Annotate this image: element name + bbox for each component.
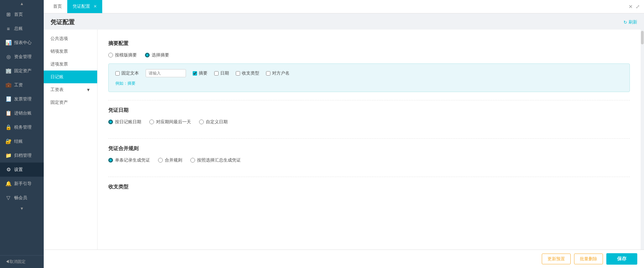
purchase-sales-icon: 📋 (5, 110, 11, 116)
sidebar-item-closing[interactable]: 🔐 结账 (0, 134, 44, 148)
sidebar-item-label: 归档管理 (14, 152, 32, 159)
radio-template-summary-input[interactable] (108, 53, 113, 57)
tab-home[interactable]: 首页 (48, 0, 67, 13)
sidebar-item-archive[interactable]: 📁 归档管理 (0, 148, 44, 163)
member-icon: ▽ (5, 195, 11, 201)
sidebar-item-home[interactable]: ⊞ 首页 (0, 7, 44, 21)
sidebar-item-guide[interactable]: 🔔 新手引导 (0, 177, 44, 191)
sidebar-item-settings[interactable]: ⚙ 设置 (0, 163, 44, 177)
radio-custom-date[interactable]: 自定义日期 (199, 119, 228, 125)
sidebar-item-label: 新手引导 (14, 181, 32, 187)
radio-merge-rules[interactable]: 合并规则 (158, 157, 182, 163)
checkbox-summary-input[interactable] (193, 71, 197, 76)
sidebar-item-label: 发票管理 (14, 96, 32, 102)
checkbox-fixed-text[interactable]: 固定文本 (115, 70, 139, 76)
voucher-date-radio-group: 按日记账日期 对应期间最后一天 自定义日期 (108, 119, 630, 125)
left-nav-purchase-invoice[interactable]: 进项发票 (44, 58, 97, 71)
page-header: 凭证配置 ↻ 刷新 (44, 13, 644, 30)
ledger-icon: ≡ (5, 26, 11, 32)
save-button[interactable]: 保存 (606, 253, 637, 265)
window-expand-icon[interactable]: ⤢ (636, 4, 640, 10)
section-merge-rules: 凭证合并规则 单条记录生成凭证 合并规则 按照选择汇总生成凭证 (108, 145, 630, 177)
radio-by-journal-date-label: 按日记账日期 (115, 119, 141, 125)
radio-template-summary[interactable]: 按模版摘要 (108, 52, 137, 58)
left-nav-public-options[interactable]: 公共选项 (44, 32, 97, 45)
tax-icon: 🔒 (5, 124, 11, 130)
radio-merge-rules-input[interactable] (158, 158, 163, 163)
radio-single-record-input[interactable] (108, 158, 113, 163)
radio-last-day-label: 对应期间最后一天 (156, 119, 191, 125)
radio-select-total-input[interactable] (190, 158, 195, 163)
section-voucher-date: 凭证日期 按日记账日期 对应期间最后一天 自定义日期 (108, 107, 630, 139)
right-content: 摘要配置 按模版摘要 选择摘要 (98, 30, 641, 250)
radio-last-day[interactable]: 对应期间最后一天 (149, 119, 191, 125)
batch-delete-button[interactable]: 批量删除 (574, 254, 603, 264)
checkbox-income-type[interactable]: 收支类型 (236, 70, 259, 76)
invoice-icon: 🧾 (5, 96, 11, 102)
left-nav-label: 工资表 (50, 87, 64, 93)
left-nav-fixed-assets[interactable]: 固定资产 (44, 96, 97, 109)
sidebar-scroll-up[interactable]: ▲ (0, 0, 44, 7)
refresh-label: 刷新 (629, 19, 637, 25)
sidebar-scroll-down[interactable]: ▼ (0, 205, 44, 212)
radio-single-record[interactable]: 单条记录生成凭证 (108, 157, 150, 163)
sidebar-item-fixed-assets[interactable]: 🏢 固定资产 (0, 64, 44, 78)
sidebar-item-funds[interactable]: ◎ 资金管理 (0, 50, 44, 64)
home-icon: ⊞ (5, 11, 11, 17)
summary-radio-group: 按模版摘要 选择摘要 (108, 52, 630, 58)
radio-select-summary-input[interactable] (145, 53, 150, 57)
radio-custom-date-label: 自定义日期 (206, 119, 228, 125)
checkbox-fixed-text-label: 固定文本 (121, 70, 139, 76)
left-nav-payroll-table[interactable]: 工资表 ▼ (44, 83, 97, 96)
scroll-thumb[interactable] (641, 31, 644, 44)
radio-select-total-label: 按照选择汇总生成凭证 (197, 157, 241, 163)
sidebar-item-purchase-sales[interactable]: 📋 进销台账 (0, 106, 44, 120)
radio-select-summary[interactable]: 选择摘要 (145, 52, 169, 58)
sidebar-item-tax[interactable]: 🔒 税务管理 (0, 120, 44, 134)
page-title: 凭证配置 (50, 18, 75, 26)
radio-custom-date-input[interactable] (199, 120, 204, 124)
section-voucher-date-title: 凭证日期 (108, 107, 630, 114)
checkbox-date[interactable]: 日期 (214, 70, 229, 76)
guide-icon: 🔔 (5, 181, 11, 187)
fixed-assets-icon: 🏢 (5, 68, 11, 74)
tab-voucher-config[interactable]: 凭证配置 ✕ (67, 0, 102, 13)
refresh-button[interactable]: ↻ 刷新 (623, 19, 637, 25)
window-close-icon[interactable]: ✕ (629, 4, 633, 10)
left-nav-sales-invoice[interactable]: 销项发票 (44, 45, 97, 58)
merge-rules-radio-group: 单条记录生成凭证 合并规则 按照选择汇总生成凭证 (108, 157, 630, 163)
refresh-icon: ↻ (623, 20, 627, 25)
checkbox-summary[interactable]: 摘要 (193, 70, 207, 76)
tab-close-icon[interactable]: ✕ (93, 4, 97, 9)
checkbox-fixed-text-input[interactable] (115, 71, 120, 76)
sidebar-unpin[interactable]: ◀取消固定 (0, 255, 44, 268)
sidebar-item-member[interactable]: ▽ 畅会员 (0, 191, 44, 205)
checkbox-counterpart-input[interactable] (266, 71, 270, 76)
archive-icon: 📁 (5, 152, 11, 159)
checkbox-date-input[interactable] (214, 71, 219, 76)
sidebar-item-ledger[interactable]: ≡ 总账 (0, 21, 44, 36)
payroll-icon: 💼 (5, 82, 11, 88)
tab-home-label: 首页 (53, 3, 62, 9)
radio-select-total[interactable]: 按照选择汇总生成凭证 (190, 157, 241, 163)
sidebar-item-invoice-mgmt[interactable]: 🧾 发票管理 (0, 92, 44, 106)
funds-icon: ◎ (5, 54, 11, 60)
sidebar-item-label: 进销台账 (14, 110, 32, 116)
radio-by-journal-date[interactable]: 按日记账日期 (108, 119, 141, 125)
sidebar-item-label: 总账 (14, 26, 23, 32)
update-preview-button[interactable]: 更新预置 (542, 254, 571, 264)
radio-by-journal-date-input[interactable] (108, 120, 113, 124)
sidebar-item-payroll[interactable]: 💼 工资 (0, 78, 44, 92)
checkbox-counterpart[interactable]: 对方户名 (266, 70, 290, 76)
left-nav-label: 固定资产 (50, 99, 68, 105)
left-nav-label: 公共选项 (50, 36, 68, 42)
sidebar-item-reports[interactable]: 📊 报表中心 (0, 36, 44, 50)
scrollbar[interactable] (641, 30, 644, 250)
checkbox-summary-label: 摘要 (199, 70, 207, 76)
left-nav-journal[interactable]: 日记账 (44, 71, 97, 83)
radio-last-day-input[interactable] (149, 120, 154, 124)
fixed-text-input[interactable] (146, 69, 186, 77)
sidebar-item-label: 报表中心 (14, 40, 32, 46)
section-merge-rules-title: 凭证合并规则 (108, 145, 630, 152)
checkbox-income-type-input[interactable] (236, 71, 240, 76)
